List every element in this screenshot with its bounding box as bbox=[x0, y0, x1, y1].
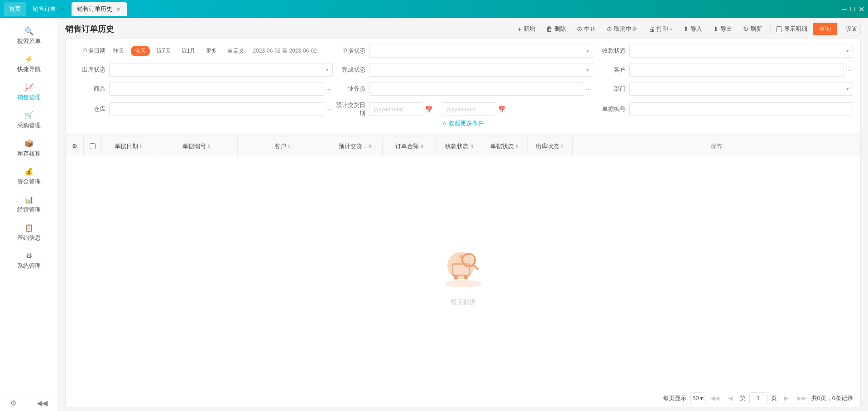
th-number[interactable]: 单据编号 ⇅ bbox=[156, 137, 238, 155]
sidebar-item-system-mgmt[interactable]: ⚙ 系统管理 bbox=[0, 247, 58, 275]
th-stock[interactable]: 出库状态 ⇅ bbox=[528, 137, 573, 155]
date-btn-yesterday[interactable]: 昨天 bbox=[109, 46, 128, 56]
delivery-date-start-placeholder: yyyy-mm-dd bbox=[373, 106, 403, 112]
search-menu-icon: 🔍 bbox=[24, 26, 34, 35]
delivery-date-end[interactable]: yyyy-mm-dd bbox=[442, 102, 496, 116]
sidebar-item-basic-info[interactable]: 📋 基础信息 bbox=[0, 218, 58, 247]
th-status-label: 单据状态 bbox=[490, 142, 514, 150]
date-btn-last7[interactable]: 近7天 bbox=[153, 46, 175, 56]
stock-status-select[interactable]: ▾ bbox=[109, 63, 333, 77]
filter-completion-status-cell: 完成状态 ▾ bbox=[333, 63, 593, 77]
delete-button[interactable]: 🗑 删除 bbox=[543, 23, 569, 35]
order-status-label: 单据状态 bbox=[333, 47, 369, 55]
sidebar-volume-icon[interactable]: ◀◀ bbox=[37, 399, 48, 407]
maximize-icon[interactable]: □ bbox=[850, 5, 855, 13]
salesman-ellipsis-icon[interactable]: ··· bbox=[584, 85, 593, 92]
product-input[interactable] bbox=[109, 82, 324, 96]
sidebar-item-finance[interactable]: 💰 资金管理 bbox=[0, 162, 58, 190]
prev-page-btn[interactable]: ◀ bbox=[724, 392, 736, 404]
tab-home[interactable]: 首页 bbox=[4, 2, 26, 16]
page-label: 第 bbox=[740, 394, 746, 402]
order-number-label: 单据编号 bbox=[593, 105, 629, 113]
minimize-icon[interactable]: ─ bbox=[842, 5, 847, 13]
stop-icon: ⊘ bbox=[577, 25, 582, 33]
filter-date-cell: 单据日期 昨天 今天 近7天 近1月 更多 自定义 2023-06-02 至 2… bbox=[73, 46, 333, 56]
th-date[interactable]: 单据日期 ⇅ bbox=[102, 137, 156, 155]
product-ellipsis-icon[interactable]: ··· bbox=[324, 85, 333, 92]
sidebar-item-sales-mgmt[interactable]: 📈 销售管理 bbox=[0, 78, 58, 106]
th-delivery[interactable]: 预计交货... ⇅ bbox=[328, 137, 383, 155]
delivery-date-start-calendar-icon[interactable]: 📅 bbox=[425, 106, 432, 113]
date-btn-last1month[interactable]: 近1月 bbox=[177, 46, 200, 56]
filter-order-number-cell: 单据编号 bbox=[593, 102, 853, 116]
next-page-btn[interactable]: ▶ bbox=[781, 392, 792, 404]
cancel-stop-button[interactable]: ⊘ 取消中止 bbox=[604, 23, 640, 35]
sidebar-item-purchase-mgmt[interactable]: 🛒 采购管理 bbox=[0, 106, 58, 134]
completion-status-label: 完成状态 bbox=[333, 66, 369, 74]
new-button[interactable]: + 新增 bbox=[515, 23, 538, 35]
filter-panel: 单据日期 昨天 今天 近7天 近1月 更多 自定义 2023-06-02 至 2… bbox=[65, 38, 861, 133]
stop-button[interactable]: ⊘ 中止 bbox=[574, 23, 599, 35]
date-btn-today[interactable]: 今天 bbox=[131, 46, 150, 56]
filter-receipt-status-cell: 收款状态 ▾ bbox=[593, 44, 853, 58]
collapse-bar[interactable]: ∧ 收起更多条件 bbox=[73, 119, 853, 127]
warehouse-input[interactable] bbox=[109, 102, 324, 116]
query-button[interactable]: 查询 bbox=[813, 23, 837, 35]
delivery-date-start[interactable]: yyyy-mm-dd bbox=[369, 102, 423, 116]
print-button[interactable]: 🖨 打印 ▾ bbox=[646, 23, 675, 35]
sidebar-item-quick-nav[interactable]: ⚡ 快捷导航 bbox=[0, 50, 58, 78]
close-window-icon[interactable]: ✕ bbox=[858, 5, 864, 14]
receipt-status-select[interactable]: ▾ bbox=[629, 44, 853, 58]
sidebar-item-operations[interactable]: 📊 经营管理 bbox=[0, 190, 58, 218]
tab-sales-order-history-close[interactable]: ✕ bbox=[115, 6, 121, 12]
sidebar-item-search-menu[interactable]: 🔍 搜索菜单 bbox=[0, 22, 58, 50]
delivery-date-end-calendar-icon[interactable]: 📅 bbox=[498, 106, 505, 113]
completion-status-select[interactable]: ▾ bbox=[369, 63, 593, 77]
department-select[interactable]: ▾ bbox=[629, 82, 853, 96]
sidebar-settings-icon[interactable]: ⚙ bbox=[10, 399, 16, 407]
salesman-label: 业务员 bbox=[333, 85, 369, 93]
th-receipt[interactable]: 收款状态 ⇅ bbox=[437, 137, 482, 155]
select-all-checkbox[interactable] bbox=[90, 143, 96, 149]
th-customer[interactable]: 客户 ⇅ bbox=[238, 137, 328, 155]
refresh-button[interactable]: ↻ 刷新 bbox=[740, 23, 765, 35]
last-page-btn[interactable]: ▶▶ bbox=[796, 392, 808, 404]
sidebar-item-basic-info-label: 基础信息 bbox=[17, 234, 41, 242]
tab-list: 首页 销售订单 ✕ 销售订单历史 ✕ bbox=[4, 2, 842, 16]
date-btn-custom[interactable]: 自定义 bbox=[224, 46, 248, 56]
export-button[interactable]: ⬇ 导出 bbox=[710, 23, 735, 35]
tab-sales-order-label: 销售订单 bbox=[33, 5, 56, 13]
customer-input[interactable] bbox=[629, 63, 844, 77]
per-page-value: 50 bbox=[692, 395, 699, 401]
delivery-date-label: 预计交货日期 bbox=[333, 101, 369, 117]
import-button[interactable]: ⬆ 导入 bbox=[681, 23, 705, 35]
total-records-text: 共0页，0条记录 bbox=[811, 394, 853, 402]
th-checkbox[interactable] bbox=[84, 137, 102, 155]
settings-cog-icon: ⚙ bbox=[72, 143, 77, 150]
order-status-select[interactable]: ▾ bbox=[369, 44, 593, 58]
th-receipt-label: 收款状态 bbox=[445, 142, 469, 150]
th-status[interactable]: 单据状态 ⇅ bbox=[482, 137, 528, 155]
sidebar-item-inventory[interactable]: 📦 库存核算 bbox=[0, 134, 58, 162]
sidebar-item-system-mgmt-label: 系统管理 bbox=[17, 262, 41, 270]
customer-ellipsis-icon[interactable]: ··· bbox=[844, 66, 853, 73]
tab-sales-order[interactable]: 销售订单 ✕ bbox=[27, 2, 71, 16]
show-details-input[interactable] bbox=[776, 26, 782, 32]
salesman-input[interactable] bbox=[369, 82, 584, 96]
toolbar-divider bbox=[770, 25, 771, 33]
th-settings[interactable]: ⚙ bbox=[66, 137, 84, 155]
finance-icon: 💰 bbox=[24, 167, 34, 176]
department-arrow-icon: ▾ bbox=[846, 86, 849, 92]
date-btn-more[interactable]: 更多 bbox=[202, 46, 221, 56]
show-details-checkbox[interactable]: 显示明细 bbox=[776, 25, 807, 33]
tab-sales-order-close[interactable]: ✕ bbox=[59, 6, 65, 12]
th-amount-sort-icon: ⇅ bbox=[420, 144, 424, 149]
first-page-btn[interactable]: ◀◀ bbox=[709, 392, 721, 404]
warehouse-ellipsis-icon[interactable]: ··· bbox=[324, 106, 333, 113]
page-input[interactable]: 1 bbox=[749, 392, 767, 404]
settings-button[interactable]: 设置 bbox=[843, 23, 861, 35]
order-number-input[interactable] bbox=[629, 102, 853, 116]
tab-sales-order-history[interactable]: 销售订单历史 ✕ bbox=[72, 2, 127, 16]
per-page-select[interactable]: 50 ▾ bbox=[690, 392, 705, 404]
th-amount[interactable]: 订单金额 ⇅ bbox=[383, 137, 437, 155]
